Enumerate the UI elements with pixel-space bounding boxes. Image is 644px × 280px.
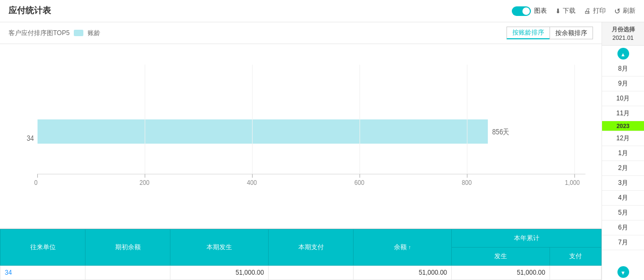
bar-chart-svg: 34 856天 0 200 400 600 (21, 53, 591, 223)
sort-by-balance-button[interactable]: 按余额排序 (549, 27, 593, 39)
legend-box-label: 账龄 (88, 29, 100, 38)
col-ytd-group: 本年累计 (452, 230, 602, 248)
month-item[interactable]: 6月 (602, 220, 644, 235)
svg-text:0: 0 (35, 179, 38, 187)
sidebar-current-date[interactable]: 2021.01 (604, 33, 642, 42)
header: 应付统计表 图表 下载 打印 刷新 (0, 0, 644, 22)
download-icon (555, 7, 561, 15)
chart-toggle[interactable] (512, 6, 531, 16)
svg-text:1,000: 1,000 (565, 179, 580, 187)
svg-text:400: 400 (247, 179, 257, 187)
page-title: 应付统计表 (8, 5, 51, 16)
year-badge: 2023 (602, 121, 644, 131)
sidebar: 月份选择 2021.01 8月9月10月11月202312月1月2月3月4月5月… (602, 22, 644, 280)
chart-section: 客户应付排序图TOP5 账龄 按账龄排序 按余额排序 34 856天 (0, 22, 602, 280)
month-item[interactable]: 1月 (602, 146, 644, 161)
main-content: 客户应付排序图TOP5 账龄 按账龄排序 按余额排序 34 856天 (0, 22, 644, 280)
app-container: 应付统计表 图表 下载 打印 刷新 (0, 0, 644, 280)
chart-toolbar: 客户应付排序图TOP5 账龄 按账龄排序 按余额排序 (0, 22, 602, 44)
cell-ytd-pay (549, 266, 601, 280)
print-label: 打印 (593, 6, 606, 15)
cell-payment (269, 266, 354, 280)
refresh-label: 刷新 (623, 6, 636, 15)
svg-text:200: 200 (140, 179, 150, 187)
sidebar-nav-down[interactable] (602, 264, 644, 280)
sort-by-age-button[interactable]: 按账龄排序 (506, 27, 549, 39)
table-row: 34 51,000.00 51,000.00 51,000.00 (1, 266, 602, 280)
header-actions: 图表 下载 打印 刷新 (512, 6, 636, 16)
refresh-icon (614, 7, 621, 15)
col-balance: 余额 ↑ (354, 230, 452, 266)
legend-box (74, 30, 83, 36)
month-item[interactable]: 7月 (602, 235, 644, 250)
sidebar-months-list: 8月9月10月11月202312月1月2月3月4月5月6月7月 (602, 62, 644, 264)
cell-opening (85, 266, 170, 280)
month-item[interactable]: 3月 (602, 176, 644, 191)
cell-current: 51,000.00 (170, 266, 269, 280)
chart-sort-buttons: 按账龄排序 按余额排序 (506, 27, 593, 39)
refresh-button[interactable]: 刷新 (614, 6, 636, 15)
svg-text:800: 800 (462, 179, 472, 187)
cell-unit: 34 (1, 266, 85, 280)
chevron-down-icon[interactable] (617, 266, 629, 278)
month-item[interactable]: 12月 (602, 131, 644, 146)
col-current: 本期发生 (170, 230, 269, 266)
chart-legend: 客户应付排序图TOP5 账龄 (8, 29, 100, 38)
legend-text: 客户应付排序图TOP5 (8, 29, 70, 38)
month-item[interactable]: 5月 (602, 206, 644, 220)
month-item[interactable]: 11月 (602, 106, 644, 121)
sidebar-header: 月份选择 2021.01 (602, 22, 644, 46)
up-arrow (621, 49, 626, 58)
sidebar-month-select-label: 月份选择 (604, 26, 642, 33)
down-arrow (621, 268, 626, 276)
y-axis-label: 34 (27, 134, 34, 142)
table-section: 往来单位 期初余额 本期发生 本期支付 余额 ↑ 本年累计 发生 (0, 228, 602, 280)
cell-balance: 51,000.00 (354, 266, 452, 280)
bar-chart-area: 34 856天 0 200 400 600 (0, 44, 602, 228)
month-item[interactable]: 8月 (602, 62, 644, 77)
col-unit: 往来单位 (1, 230, 85, 266)
download-label: 下载 (563, 6, 576, 15)
print-button[interactable]: 打印 (584, 6, 606, 15)
download-button[interactable]: 下载 (555, 6, 576, 15)
toggle-label: 图表 (534, 6, 547, 15)
cell-ytd-occur: 51,000.00 (452, 266, 550, 280)
col-ytd-pay: 支付 (549, 248, 601, 266)
month-item[interactable]: 2月 (602, 161, 644, 176)
chart-toggle-wrap: 图表 (512, 6, 547, 16)
svg-text:600: 600 (354, 179, 364, 187)
month-item[interactable]: 4月 (602, 191, 644, 206)
month-item[interactable]: 10月 (602, 91, 644, 106)
print-icon (584, 7, 591, 15)
col-ytd-occur: 发生 (452, 248, 550, 266)
col-payment: 本期支付 (269, 230, 354, 266)
bar-value-label: 856天 (492, 128, 510, 137)
chevron-up-icon[interactable] (617, 48, 629, 60)
col-opening: 期初余额 (85, 230, 170, 266)
balance-sort-icon[interactable]: ↑ (408, 244, 411, 250)
bar-rect (38, 120, 488, 144)
data-table: 往来单位 期初余额 本期发生 本期支付 余额 ↑ 本年累计 发生 (0, 229, 602, 280)
month-item[interactable]: 9月 (602, 77, 644, 91)
sidebar-nav-up[interactable] (602, 46, 644, 62)
unit-link[interactable]: 34 (5, 269, 12, 276)
